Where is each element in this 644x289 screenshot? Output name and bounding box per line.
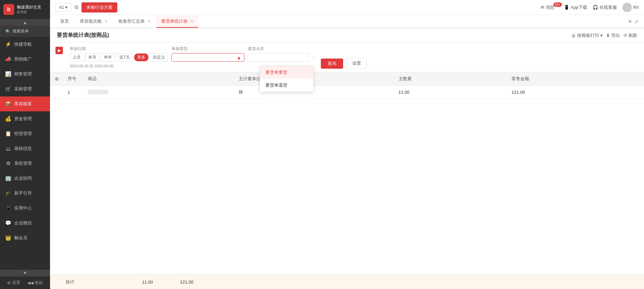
tab-close-all-button[interactable]: ✕ [628, 18, 632, 25]
store-selector[interactable]: 41 ▾ [55, 3, 71, 12]
col-settings[interactable]: ⚙ [50, 72, 64, 86]
message-icon: ✉ [541, 5, 544, 10]
sidebar-search[interactable]: 🔍 搜索菜单 [0, 26, 50, 37]
type-dropdown-arrow[interactable]: ▲ [234, 55, 244, 60]
sidebar-item-guide[interactable]: 🎓 新手引导 [0, 186, 50, 201]
page-content: 要货单统计表(按商品) 🖨 按模板打印 ▾ ⬇ 导出 ↺ 刷新 ▶ [50, 28, 644, 289]
trial-button[interactable]: 体验行业方案 [81, 2, 117, 13]
table-settings-button[interactable]: 设置 [347, 58, 367, 69]
type-filter-label: 单据类型 [171, 46, 244, 52]
store-name: 41 [59, 5, 64, 10]
sidebar-item-marketing[interactable]: 📣 营销推广 [0, 52, 50, 67]
sidebar-item-wechat[interactable]: 💬 企业微信 [0, 216, 50, 230]
warehouse-input[interactable] [248, 53, 309, 62]
column-settings-icon[interactable]: ⚙ [55, 76, 59, 82]
user-menu-button[interactable]: Rit [622, 3, 639, 12]
dropdown-item-return[interactable]: 要货单退货 [260, 79, 313, 92]
tab-requisition-stats-close[interactable]: ✕ [190, 19, 193, 24]
tab-requisition-stats[interactable]: 要货单统计表 ✕ [157, 16, 198, 28]
sidebar-item-basic[interactable]: 🗂 基础信息 [0, 141, 50, 156]
member-icon: 👑 [5, 235, 11, 241]
download-icon: 📱 [564, 5, 569, 10]
sidebar-settings-btn[interactable]: ⚙ 设置 [7, 280, 20, 286]
filter-toggle-button[interactable]: ▶ [55, 47, 63, 54]
table-area: ⚙ 序号 商品 主计量单位 主数 [50, 72, 644, 274]
tab-home[interactable]: 首页 [55, 16, 74, 28]
query-button[interactable]: 查询 [321, 59, 343, 69]
scroll-up-indicator[interactable]: ▲ [0, 19, 50, 26]
nav-label-basic: 基础信息 [14, 146, 32, 152]
dropdown-item-requisition[interactable]: 要货单要货 [260, 66, 313, 79]
nav-label-operations: 经营管理 [14, 131, 32, 137]
nav-label-enterprise: 企业协同 [14, 175, 32, 181]
sidebar-item-enterprise[interactable]: 🏢 企业协同 [0, 171, 50, 186]
finance-icon: 💰 [5, 115, 11, 122]
footer-total-label: 合计 [66, 279, 74, 285]
app-download-button[interactable]: 📱 App下载 [564, 4, 587, 10]
nav-label-sales: 销售管理 [14, 71, 32, 77]
date-btn-custom[interactable]: 自定义 [150, 53, 168, 62]
refresh-button[interactable]: ↺ 刷新 [623, 32, 637, 39]
sidebar-item-member[interactable]: 👑 畅会员 [0, 230, 50, 245]
scroll-down-indicator[interactable]: ▼ [0, 270, 50, 276]
enterprise-icon: 🏢 [5, 175, 11, 182]
tab-receive-summary[interactable]: 收发存汇总表 ✕ [114, 16, 155, 28]
nav-label-guide: 新手引导 [14, 190, 32, 196]
print-button[interactable]: 🖨 按模板打印 ▾ [571, 32, 603, 39]
tab-receive-summary-label: 收发存汇总表 [118, 18, 145, 24]
data-table: ⚙ 序号 商品 主计量单位 主数 [50, 72, 644, 99]
sidebar-item-sales[interactable]: 📊 销售管理 [0, 67, 50, 82]
collapse-label: 收起 [35, 280, 43, 286]
date-filter-group: 单据日期 上月 本月 本年 近7天 更多 自定义 2023-05-06 至 20… [70, 46, 168, 69]
sidebar-item-purchase[interactable]: 🛒 采购管理 [0, 82, 50, 96]
warehouse-filter-group: 要货仓库 ··· [248, 46, 318, 62]
sidebar: b 畅捷通好生意 标准版 ▲ 🔍 搜索菜单 ⚡ 快捷导航 📣 营销推广 📊 销售… [0, 0, 50, 289]
tab-inventory-batch[interactable]: 库存批次账 ✕ [75, 16, 112, 28]
tab-inventory-batch-close[interactable]: ✕ [104, 19, 108, 24]
message-badge: 99+ [553, 2, 562, 7]
messages-button[interactable]: ✉ 消息 99+ [541, 4, 558, 10]
export-button[interactable]: ⬇ 导出 [606, 32, 620, 39]
sidebar-item-quick-nav[interactable]: ⚡ 快捷导航 [0, 37, 50, 52]
table-footer: 合计 11.00 121.00 [50, 274, 644, 289]
sidebar-item-finance[interactable]: 💰 资金管理 [0, 111, 50, 126]
row-amount: 121.00 [507, 86, 644, 99]
date-btn-this-month[interactable]: 本月 [85, 53, 99, 62]
nav-label-member: 畅会员 [14, 235, 27, 241]
col-product: 商品 [84, 72, 235, 86]
nav-label-inventory: 库存核算 [14, 101, 32, 107]
row-settings [50, 86, 64, 99]
top-header: 41 ▾ ⚙ 体验行业方案 ✉ 消息 99+ 📱 App下载 🎧 在线客服 R [50, 0, 644, 15]
warehouse-more-btn[interactable]: ··· [310, 55, 318, 60]
user-avatar [622, 3, 632, 12]
marketing-icon: 📣 [5, 56, 11, 63]
sidebar-item-system[interactable]: ⚙ 系统管理 [0, 156, 50, 171]
sidebar-collapse-btn[interactable]: ◀◀ 收起 [27, 280, 43, 286]
col-amount: 零售金额 [507, 72, 644, 86]
sidebar-bottom: ⚙ 设置 ◀◀ 收起 [0, 276, 50, 289]
print-label: 按模板打印 [577, 32, 599, 39]
filter-row: 单据日期 上月 本月 本年 近7天 更多 自定义 2023-05-06 至 20… [70, 46, 639, 69]
sidebar-item-appstore[interactable]: 📱 应用中心 [0, 201, 50, 216]
purchase-icon: 🛒 [5, 86, 11, 92]
date-filter-label: 单据日期 [70, 46, 168, 52]
sidebar-item-inventory[interactable]: 📦 库存核算 [0, 96, 50, 111]
search-icon: 🔍 [5, 29, 10, 34]
sidebar-search-label: 搜索菜单 [13, 28, 29, 34]
tab-receive-summary-close[interactable]: ✕ [147, 19, 150, 24]
header-settings-icon[interactable]: ⚙ [74, 4, 79, 10]
type-input[interactable] [172, 53, 234, 61]
date-btn-more[interactable]: 更多 [134, 53, 148, 61]
date-btn-7days[interactable]: 近7天 [116, 53, 133, 62]
sidebar-item-operations[interactable]: 📋 经营管理 [0, 126, 50, 141]
guide-icon: 🎓 [5, 190, 11, 197]
date-btn-this-year[interactable]: 本年 [101, 53, 115, 62]
date-btn-last-month[interactable]: 上月 [70, 53, 84, 62]
tab-expand-button[interactable]: ⤢ [634, 18, 639, 25]
col-quantity: 主数量 [395, 72, 508, 86]
online-service-button[interactable]: 🎧 在线客服 [593, 4, 617, 10]
nav-label-finance: 资金管理 [14, 116, 32, 122]
page-title: 要货单统计表(按商品) [57, 32, 109, 39]
print-arrow: ▾ [600, 33, 603, 38]
date-range-display: 2023-05-06 至 2023-06-06 [70, 64, 168, 69]
